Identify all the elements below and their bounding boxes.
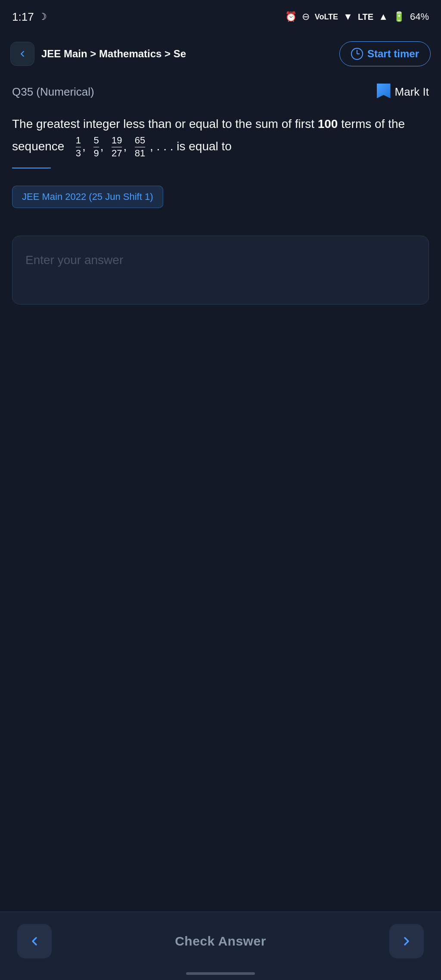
question-header: Q35 (Numerical) Mark It [0, 77, 441, 107]
prev-button[interactable] [17, 924, 52, 958]
answer-input-placeholder: Enter your answer [25, 253, 123, 267]
battery-icon: 🔋 [393, 11, 405, 22]
answer-blank-line [12, 168, 51, 168]
fraction-2: 5 9 [93, 134, 99, 160]
moon-icon: ☽ [38, 11, 47, 22]
nav-header: JEE Main > Mathematics > Se Start timer [0, 34, 441, 73]
chevron-left-nav-icon [28, 934, 41, 948]
breadcrumb: JEE Main > Mathematics > Se [41, 48, 186, 60]
donotdisturb-icon: ⊖ [302, 11, 310, 22]
answer-section: Enter your answer [0, 227, 441, 313]
alarm-icon: ⏰ [285, 11, 297, 22]
check-answer-button[interactable]: Check Answer [175, 934, 266, 949]
question-text-before: The greatest integer less than or equal … [12, 117, 318, 131]
answer-input-container[interactable]: Enter your answer [12, 236, 429, 305]
mark-it-button[interactable]: Mark It [377, 84, 429, 100]
mark-it-label: Mark It [395, 85, 429, 99]
start-timer-button[interactable]: Start timer [339, 41, 431, 66]
next-button[interactable] [389, 924, 424, 958]
bottom-nav: Check Answer [0, 912, 441, 980]
status-time: 1:17 ☽ [12, 10, 47, 24]
fraction-4: 65 81 [135, 134, 145, 160]
home-indicator [186, 972, 255, 975]
bookmark-icon [377, 84, 391, 100]
chevron-left-icon [18, 49, 27, 59]
fraction-3: 19 27 [112, 134, 122, 160]
status-bar: 1:17 ☽ ⏰ ⊖ VoLTE ▼ LTE ▲ 🔋 64% [0, 0, 441, 30]
timer-label: Start timer [367, 48, 419, 60]
sequence-suffix: , . . . is equal to [150, 140, 232, 153]
chevron-right-nav-icon [400, 934, 413, 948]
battery-percent: 64% [410, 11, 429, 22]
wifi-icon: ▼ [343, 11, 353, 22]
signal-icon: LTE [358, 12, 373, 22]
tag-container: JEE Main 2022 (25 Jun Shift 1) [0, 182, 441, 218]
back-button[interactable] [10, 42, 34, 66]
question-content: The greatest integer less than or equal … [0, 107, 441, 182]
question-number-highlight: 100 [318, 117, 338, 131]
exam-tag[interactable]: JEE Main 2022 (25 Jun Shift 1) [12, 186, 163, 208]
fraction-separator [68, 140, 71, 153]
timer-icon [351, 48, 363, 60]
question-number: Q35 (Numerical) [12, 85, 94, 99]
nav-left: JEE Main > Mathematics > Se [10, 42, 186, 66]
time-display: 1:17 [12, 10, 34, 24]
status-icons: ⏰ ⊖ VoLTE ▼ LTE ▲ 🔋 64% [285, 11, 429, 22]
volte-icon: VoLTE [315, 12, 338, 22]
signal-bars-icon: ▲ [379, 11, 388, 22]
fraction-1: 1 3 [76, 134, 81, 160]
question-text: The greatest integer less than or equal … [12, 114, 429, 160]
